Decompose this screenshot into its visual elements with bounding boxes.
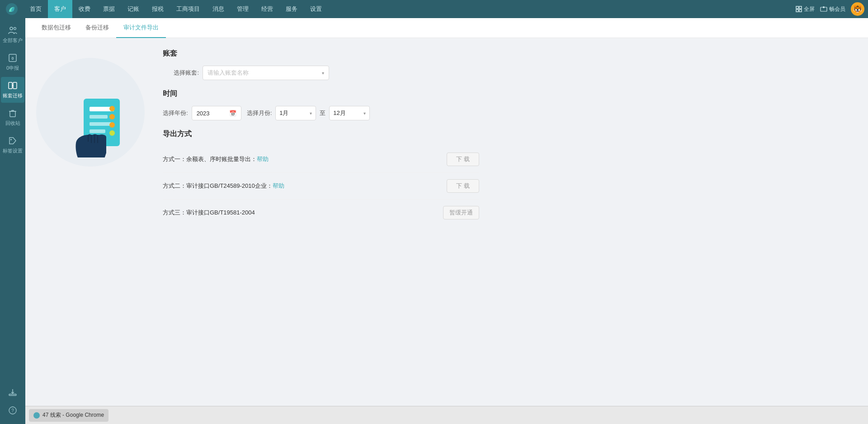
export-method-1-download-button[interactable]: 下 载 bbox=[447, 152, 479, 166]
svg-rect-22 bbox=[90, 129, 105, 133]
account-select-row: 选择账套: 请输入账套名称 ▾ bbox=[163, 66, 479, 80]
sidebar-label-trash: 回收站 bbox=[5, 120, 20, 127]
sidebar-label-tag: 标签设置 bbox=[3, 148, 23, 154]
sidebar-item-trash[interactable]: 回收站 bbox=[1, 105, 24, 130]
nav-settings[interactable]: 设置 bbox=[304, 0, 328, 18]
content-area: 数据包迁移 备份迁移 审计文件导出 bbox=[25, 18, 868, 424]
export-method-1-text: 方式一：余额表、序时账批量导出： bbox=[163, 156, 257, 162]
svg-point-24 bbox=[109, 114, 115, 119]
time-row: 选择年份: 2023 📅 选择月份: 1月 ▾ 至 12月 ▾ bbox=[163, 106, 479, 120]
form-area: 账套 选择账套: 请输入账套名称 ▾ 时间 选择年份: 2023 � bbox=[163, 49, 479, 395]
avatar[interactable]: 🐯 bbox=[851, 2, 864, 16]
svg-point-6 bbox=[823, 6, 825, 8]
nav-manage[interactable]: 管理 bbox=[231, 0, 255, 18]
vip-label: 畅会员 bbox=[829, 5, 845, 13]
svg-point-8 bbox=[14, 28, 16, 30]
account-select-label: 选择账套: bbox=[163, 69, 199, 77]
account-select-input[interactable]: 请输入账套名称 ▾ bbox=[203, 66, 329, 80]
nav-invoice[interactable]: 票据 bbox=[97, 0, 121, 18]
export-method-2-help-link[interactable]: 帮助 bbox=[273, 182, 284, 189]
nav-client[interactable]: 客户 bbox=[48, 0, 72, 18]
svg-point-25 bbox=[109, 122, 115, 128]
month-end-select[interactable]: 12月 ▾ bbox=[329, 106, 370, 120]
taskbar-item-label: 47 线索 - Google Chrome bbox=[42, 411, 104, 419]
nav-message[interactable]: 消息 bbox=[206, 0, 231, 18]
taskbar: 47 线索 - Google Chrome bbox=[25, 406, 868, 424]
nav-operate[interactable]: 经营 bbox=[255, 0, 279, 18]
svg-point-27 bbox=[35, 414, 38, 417]
top-nav-right: 全屏 畅会员 🐯 bbox=[796, 2, 864, 16]
month-label: 选择月份: bbox=[247, 109, 272, 117]
page-content: 账套 选择账套: 请输入账套名称 ▾ 时间 选择年份: 2023 � bbox=[25, 38, 868, 406]
tab-backup-migrate[interactable]: 备份迁移 bbox=[78, 18, 116, 38]
export-method-2-text: 方式二：审计接口GB/T24589-2010企业： bbox=[163, 182, 273, 189]
nav-tax[interactable]: 报税 bbox=[146, 0, 170, 18]
svg-point-26 bbox=[109, 130, 115, 136]
sidebar-label-migrate: 账套迁移 bbox=[3, 92, 23, 99]
export-method-1-label: 方式一：余额表、序时账批量导出：帮助 bbox=[163, 155, 269, 163]
svg-rect-4 bbox=[799, 10, 802, 12]
month-end-value: 12月 bbox=[333, 109, 345, 117]
nav-business[interactable]: 工商项目 bbox=[170, 0, 206, 18]
sidebar-item-zero-declare[interactable]: 0 0申报 bbox=[1, 49, 24, 75]
taskbar-number: 47 bbox=[42, 412, 48, 418]
export-method-3: 方式三：审计接口GB/T19581-2004 暂缓开通 bbox=[163, 200, 479, 226]
export-section: 导出方式 方式一：余额表、序时账批量导出：帮助 下 载 方式二：审计接口GB/T… bbox=[163, 129, 479, 226]
nav-bookkeep[interactable]: 记账 bbox=[121, 0, 146, 18]
nav-service[interactable]: 服务 bbox=[279, 0, 304, 18]
account-section-title: 账套 bbox=[163, 49, 479, 58]
fullscreen-label: 全屏 bbox=[804, 5, 815, 13]
vip-button[interactable]: 畅会员 bbox=[820, 5, 845, 13]
chevron-down-icon: ▾ bbox=[322, 71, 324, 76]
taskbar-chrome-item[interactable]: 47 线索 - Google Chrome bbox=[29, 409, 108, 422]
export-method-1: 方式一：余额表、序时账批量导出：帮助 下 载 bbox=[163, 146, 479, 173]
tab-audit-export[interactable]: 审计文件导出 bbox=[116, 18, 166, 38]
nav-menu: 首页 客户 收费 票据 记账 报税 工商项目 消息 管理 经营 服务 设置 bbox=[24, 0, 796, 18]
top-navigation: 首页 客户 收费 票据 记账 报税 工商项目 消息 管理 经营 服务 设置 全屏 bbox=[0, 0, 868, 18]
svg-rect-15 bbox=[9, 394, 16, 395]
left-sidebar: 全部客户 0 0申报 账套迁移 回收站 bbox=[0, 18, 25, 424]
sidebar-bottom: ? bbox=[1, 384, 24, 424]
sidebar-label-zero-declare: 0申报 bbox=[6, 65, 19, 71]
svg-point-7 bbox=[10, 27, 13, 30]
nav-fee[interactable]: 收费 bbox=[72, 0, 97, 18]
svg-rect-3 bbox=[796, 10, 798, 12]
svg-rect-12 bbox=[13, 82, 17, 89]
main-layout: 全部客户 0 0申报 账套迁移 回收站 bbox=[0, 18, 868, 424]
sidebar-bottom-help[interactable]: ? bbox=[1, 402, 24, 419]
export-method-2-label: 方式二：审计接口GB/T24589-2010企业：帮助 bbox=[163, 182, 284, 190]
chevron-down-end-month-icon: ▾ bbox=[363, 111, 366, 116]
svg-rect-2 bbox=[799, 6, 802, 9]
calendar-icon: 📅 bbox=[229, 110, 236, 117]
export-method-3-label: 方式三：审计接口GB/T19581-2004 bbox=[163, 209, 255, 217]
sidebar-item-all-clients[interactable]: 全部客户 bbox=[1, 22, 24, 48]
sidebar-bottom-download[interactable] bbox=[1, 384, 24, 400]
export-method-3-pending-button[interactable]: 暂缓开通 bbox=[443, 206, 479, 219]
svg-point-23 bbox=[109, 106, 115, 111]
svg-rect-21 bbox=[90, 122, 111, 126]
month-start-value: 1月 bbox=[279, 109, 288, 117]
svg-point-14 bbox=[10, 139, 12, 140]
nav-home[interactable]: 首页 bbox=[24, 0, 48, 18]
sidebar-item-tag-settings[interactable]: 标签设置 bbox=[1, 132, 24, 158]
svg-rect-1 bbox=[796, 6, 798, 9]
svg-rect-20 bbox=[90, 115, 108, 119]
time-section-title: 时间 bbox=[163, 89, 479, 99]
month-start-select[interactable]: 1月 ▾ bbox=[275, 106, 316, 120]
year-input[interactable]: 2023 📅 bbox=[192, 106, 241, 120]
svg-text:?: ? bbox=[11, 408, 14, 413]
fullscreen-button[interactable]: 全屏 bbox=[796, 5, 815, 13]
to-separator: 至 bbox=[320, 109, 326, 117]
taskbar-app-name: 线索 - Google Chrome bbox=[50, 412, 104, 418]
chevron-down-month-icon: ▾ bbox=[310, 111, 312, 116]
year-label: 选择年份: bbox=[163, 109, 188, 117]
year-value: 2023 bbox=[197, 110, 210, 117]
sidebar-item-migrate[interactable]: 账套迁移 bbox=[1, 77, 24, 103]
illustration bbox=[36, 58, 145, 167]
account-placeholder: 请输入账套名称 bbox=[208, 69, 249, 77]
app-logo[interactable] bbox=[4, 1, 20, 17]
svg-rect-11 bbox=[9, 82, 12, 89]
export-method-2-download-button[interactable]: 下 载 bbox=[447, 179, 479, 193]
export-method-1-help-link[interactable]: 帮助 bbox=[257, 156, 269, 162]
tab-data-migrate[interactable]: 数据包迁移 bbox=[34, 18, 78, 38]
